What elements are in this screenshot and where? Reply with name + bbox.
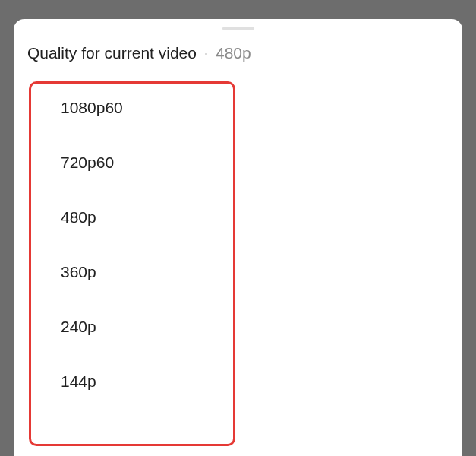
quality-option-360p[interactable]: 360p	[14, 245, 462, 299]
quality-option-240p[interactable]: 240p	[14, 299, 462, 354]
header-title: Quality for current video	[27, 44, 197, 62]
quality-option-480p[interactable]: 480p	[14, 190, 462, 245]
quality-selector-sheet: Quality for current video · 480p 1080p60…	[14, 19, 462, 456]
quality-option-144p[interactable]: 144p	[14, 354, 462, 409]
option-label: 360p	[61, 263, 96, 280]
sheet-header: Quality for current video · 480p	[14, 44, 462, 73]
quality-option-720p60[interactable]: 720p60	[14, 135, 462, 190]
quality-options-list: 1080p60 720p60 480p 360p 240p 144p	[14, 73, 462, 409]
option-label: 1080p60	[61, 99, 123, 116]
drag-handle[interactable]	[222, 27, 254, 30]
dot-separator: ·	[204, 46, 208, 62]
option-label: 144p	[61, 372, 96, 390]
option-label: 480p	[61, 208, 96, 226]
option-label: 240p	[61, 318, 96, 335]
option-label: 720p60	[61, 154, 114, 171]
current-quality-value: 480p	[216, 44, 251, 62]
quality-option-1080p60[interactable]: 1080p60	[14, 81, 462, 135]
